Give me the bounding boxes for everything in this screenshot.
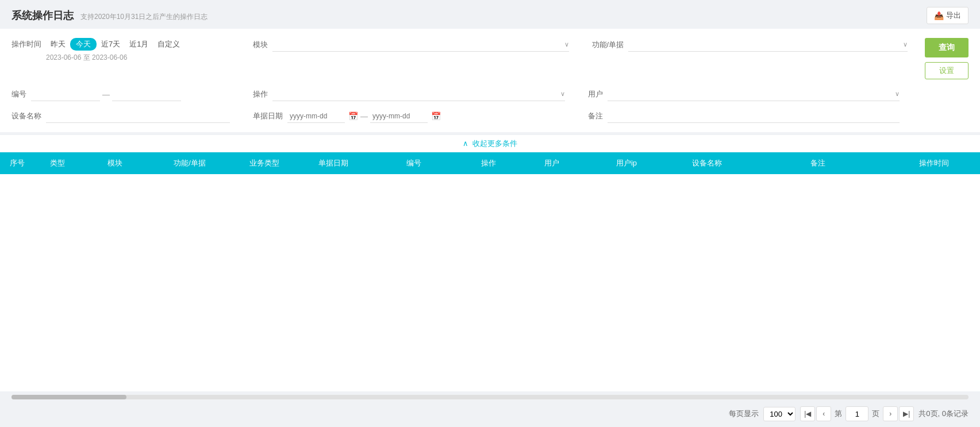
page-label: 第 (835, 409, 842, 419)
code-dash: — (102, 90, 110, 99)
func-label: 功能/单据 (592, 40, 624, 50)
func-chevron-icon: ∨ (903, 41, 908, 48)
scrollbar-area[interactable] (0, 394, 980, 401)
note-label: 备注 (588, 111, 603, 121)
operation-label: 操作 (253, 89, 268, 99)
col-module: 模块 (80, 152, 149, 174)
scrollbar-thumb[interactable] (11, 395, 126, 399)
settings-button[interactable]: 设置 (925, 62, 969, 79)
col-seq: 序号 (0, 152, 34, 174)
col-doc-date: 单据日期 (299, 152, 368, 174)
pagination-nav: |◀ ‹ 第 页 › ▶| (800, 406, 914, 421)
table-body (0, 174, 980, 347)
export-button[interactable]: 📤 导出 (927, 7, 969, 24)
col-user-ip: 用户ip (586, 152, 667, 174)
page-suffix: 页 (872, 409, 879, 419)
doc-date-from-input[interactable] (287, 110, 345, 123)
col-type: 类型 (34, 152, 80, 174)
col-biz: 业务类型 (230, 152, 299, 174)
per-page-label: 每页显示 (729, 409, 759, 419)
device-label: 设备名称 (11, 111, 41, 121)
col-user: 用户 (517, 152, 586, 174)
filter-area: 操作时间 昨天 今天 近7天 近1月 自定义 2023-06-06 至 2023… (0, 29, 980, 132)
module-dropdown[interactable]: ∨ (272, 38, 569, 52)
module-chevron-icon: ∨ (564, 41, 569, 48)
scrollbar-track (11, 395, 969, 399)
device-input[interactable] (46, 109, 230, 123)
action-buttons: 查询 设置 (925, 38, 969, 79)
time-top: 操作时间 昨天 今天 近7天 近1月 自定义 (11, 38, 185, 51)
page-subtitle: 支持2020年10月31日之后产生的操作日志 (80, 12, 207, 22)
module-group: 模块 ∨ (253, 38, 569, 52)
col-code: 编号 (368, 152, 460, 174)
first-page-button[interactable]: |◀ (800, 406, 815, 421)
col-op-time: 操作时间 (888, 152, 980, 174)
note-input[interactable] (608, 109, 900, 123)
code-label: 编号 (11, 89, 26, 99)
doc-date-from-wrapper: 📅 (287, 110, 358, 123)
module-input[interactable] (272, 40, 564, 49)
user-chevron-icon: ∨ (895, 90, 900, 98)
user-input[interactable] (608, 90, 896, 98)
table-wrapper: 序号 类型 模块 功能/单据 业务类型 单据日期 编号 操作 用户 用户ip 设… (0, 152, 980, 391)
doc-date-dash: — (360, 112, 368, 121)
collapse-icon: ∧ (463, 139, 468, 148)
collapse-bar[interactable]: ∧ 收起更多条件 (0, 134, 980, 152)
page-title: 系统操作日志 (11, 9, 74, 22)
operation-input[interactable] (272, 90, 560, 98)
col-func: 功能/单据 (149, 152, 230, 174)
func-group: 功能/单据 ∨ (592, 38, 908, 52)
time-btn-7days[interactable]: 近7天 (97, 38, 125, 51)
operation-chevron-icon: ∨ (560, 90, 565, 98)
func-dropdown[interactable]: ∨ (628, 38, 908, 52)
col-op: 操作 (460, 152, 517, 174)
module-label: 模块 (253, 40, 268, 50)
note-group: 备注 (588, 109, 900, 123)
time-date-range: 2023-06-06 至 2023-06-06 (11, 53, 127, 63)
doc-date-group: 单据日期 📅 — 📅 (253, 110, 565, 123)
title-area: 系统操作日志 支持2020年10月31日之后产生的操作日志 (11, 9, 207, 22)
func-input[interactable] (628, 40, 903, 49)
filter-row-1: 操作时间 昨天 今天 近7天 近1月 自定义 2023-06-06 至 2023… (11, 38, 969, 79)
prev-page-button[interactable]: ‹ (816, 406, 831, 421)
next-page-button[interactable]: › (883, 406, 898, 421)
last-page-button[interactable]: ▶| (899, 406, 914, 421)
page-header: 系统操作日志 支持2020年10月31日之后产生的操作日志 📤 导出 (0, 0, 980, 29)
time-btn-yesterday[interactable]: 昨天 (46, 38, 70, 51)
page-number-input[interactable] (846, 406, 868, 421)
device-group: 设备名称 (11, 109, 230, 123)
query-button[interactable]: 查询 (925, 38, 969, 57)
filter-row-2: 编号 — 操作 ∨ 用户 ∨ (11, 87, 969, 101)
operation-group: 操作 ∨ (253, 87, 565, 101)
time-btn-today[interactable]: 今天 (70, 38, 97, 51)
time-btn-custom[interactable]: 自定义 (153, 38, 185, 51)
doc-date-label: 单据日期 (253, 111, 283, 121)
total-info: 共0页, 0条记录 (918, 409, 969, 419)
calendar-from-icon[interactable]: 📅 (348, 111, 358, 121)
time-options: 昨天 今天 近7天 近1月 自定义 (46, 38, 185, 51)
code-to-input[interactable] (112, 87, 181, 101)
doc-date-to-input[interactable] (370, 110, 428, 123)
time-label: 操作时间 (11, 39, 41, 49)
col-note: 备注 (747, 152, 888, 174)
code-from-input[interactable] (31, 87, 100, 101)
filter-row-3: 设备名称 单据日期 📅 — 📅 备注 (11, 109, 969, 123)
export-label: 导出 (946, 10, 961, 21)
export-icon: 📤 (934, 11, 944, 20)
collapse-label: 收起更多条件 (472, 139, 517, 148)
user-label: 用户 (588, 89, 603, 99)
time-btn-1month[interactable]: 近1月 (125, 38, 153, 51)
user-group: 用户 ∨ (588, 87, 900, 101)
user-dropdown[interactable]: ∨ (608, 87, 900, 101)
table-header: 序号 类型 模块 功能/单据 业务类型 单据日期 编号 操作 用户 用户ip 设… (0, 152, 980, 174)
per-page-select[interactable]: 100 50 200 (763, 407, 795, 421)
code-group: 编号 — (11, 87, 230, 101)
time-filter-col: 操作时间 昨天 今天 近7天 近1月 自定义 2023-06-06 至 2023… (11, 38, 230, 63)
calendar-to-icon[interactable]: 📅 (431, 111, 441, 121)
doc-date-to-wrapper: 📅 (370, 110, 441, 123)
col-device: 设备名称 (667, 152, 747, 174)
pagination: 每页显示 100 50 200 |◀ ‹ 第 页 › ▶| 共0页, 0条记录 (0, 401, 980, 427)
operation-dropdown[interactable]: ∨ (272, 87, 565, 101)
